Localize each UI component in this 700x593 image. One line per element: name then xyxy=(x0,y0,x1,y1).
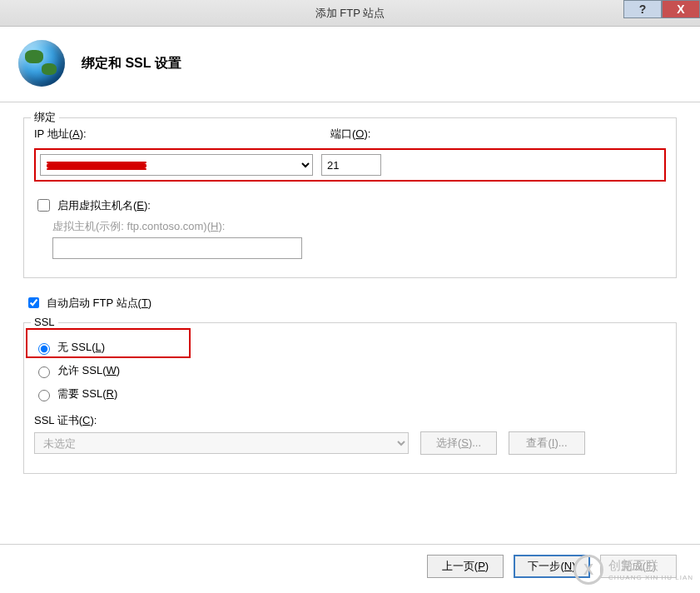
virtual-host-label: 虚拟主机(示例: ftp.contoso.com)(H): xyxy=(52,219,666,234)
ip-select-wrapper xyxy=(40,154,313,176)
ssl-cert-select[interactable]: 未选定 xyxy=(34,432,409,454)
titlebar-buttons: ? X xyxy=(623,0,700,18)
auto-start-row: 自动启动 FTP 站点(T) xyxy=(25,295,677,311)
redacted-ip xyxy=(47,163,146,168)
ssl-cert-label: SSL 证书(C): xyxy=(34,413,666,428)
virtual-host-check-label: 启用虚拟主机名(E): xyxy=(57,198,151,213)
dialog-footer: 上一页(P) 下一步(N) 完成(F) xyxy=(0,544,700,593)
port-label: 端口(O): xyxy=(330,127,370,142)
finish-button[interactable]: 完成(F) xyxy=(600,555,677,578)
auto-start-label: 自动启动 FTP 站点(T) xyxy=(47,296,151,311)
allow-ssl-radio[interactable] xyxy=(38,366,50,378)
ssl-fieldset: SSL 无 SSL(L) 允许 SSL(W) 需要 SSL(R) SSL 证书(… xyxy=(23,322,677,474)
require-ssl-row: 需要 SSL(R) xyxy=(34,386,666,401)
allow-ssl-label: 允许 SSL(W) xyxy=(57,363,120,378)
binding-fieldset: 绑定 IP 地址(A): 端口(O): 启用虚拟主机名 xyxy=(23,117,677,278)
view-cert-button[interactable]: 查看(I)... xyxy=(509,431,585,455)
require-ssl-radio[interactable] xyxy=(38,390,50,401)
ssl-legend: SSL xyxy=(31,316,58,328)
globe-icon xyxy=(18,40,65,87)
no-ssl-highlight xyxy=(26,328,191,358)
allow-ssl-row: 允许 SSL(W) xyxy=(34,363,666,378)
no-ssl-label: 无 SSL(L) xyxy=(57,340,105,355)
help-button[interactable]: ? xyxy=(623,0,662,18)
next-button[interactable]: 下一步(N) xyxy=(514,555,590,578)
titlebar: 添加 FTP 站点 ? X xyxy=(0,0,700,27)
binding-legend: 绑定 xyxy=(31,110,59,125)
previous-button[interactable]: 上一页(P) xyxy=(427,555,504,578)
no-ssl-radio[interactable] xyxy=(38,343,50,355)
page-title: 绑定和 SSL 设置 xyxy=(82,55,181,72)
dialog-header: 绑定和 SSL 设置 xyxy=(0,27,700,102)
close-button[interactable]: X xyxy=(662,0,700,18)
port-input[interactable] xyxy=(321,154,381,176)
auto-start-checkbox[interactable] xyxy=(28,297,39,308)
virtual-host-input xyxy=(52,237,302,259)
no-ssl-row: 无 SSL(L) xyxy=(34,340,666,355)
virtual-host-checkbox[interactable] xyxy=(37,199,50,212)
window-title: 添加 FTP 站点 xyxy=(0,6,700,21)
require-ssl-label: 需要 SSL(R) xyxy=(57,386,117,401)
select-cert-button[interactable]: 选择(S)... xyxy=(420,431,497,455)
ip-address-label: IP 地址(A): xyxy=(34,127,317,142)
binding-highlight xyxy=(34,148,666,182)
dialog-content: 绑定 IP 地址(A): 端口(O): 启用虚拟主机名 xyxy=(0,102,700,474)
